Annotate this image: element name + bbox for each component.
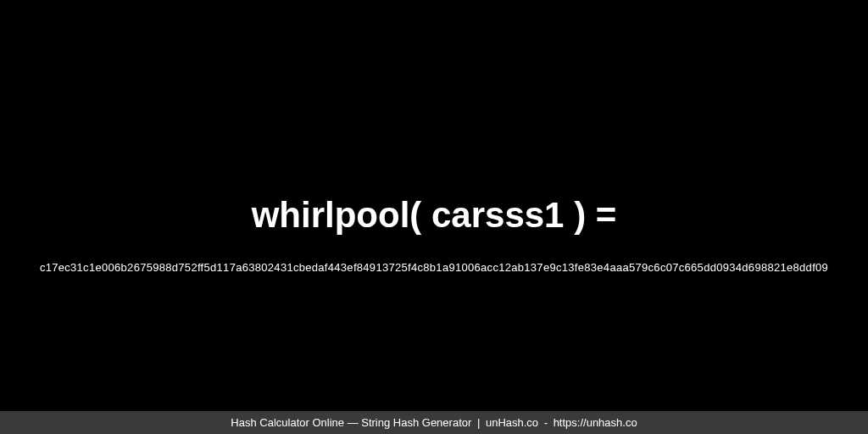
footer-separator: -: [541, 416, 551, 429]
footer-bar: Hash Calculator Online — String Hash Gen…: [0, 411, 868, 434]
footer-separator: |: [474, 416, 483, 429]
main-content: whirlpool( carsss1 ) = c17ec31c1e006b267…: [0, 0, 868, 434]
footer-link-brand[interactable]: unHash.co: [486, 416, 538, 429]
footer-description: Hash Calculator Online — String Hash Gen…: [231, 416, 471, 429]
footer-link-url[interactable]: https://unhash.co: [554, 416, 637, 429]
hash-output: c17ec31c1e006b2675988d752ff5d117a6380243…: [40, 261, 828, 274]
hash-expression: whirlpool( carsss1 ) =: [252, 195, 617, 236]
